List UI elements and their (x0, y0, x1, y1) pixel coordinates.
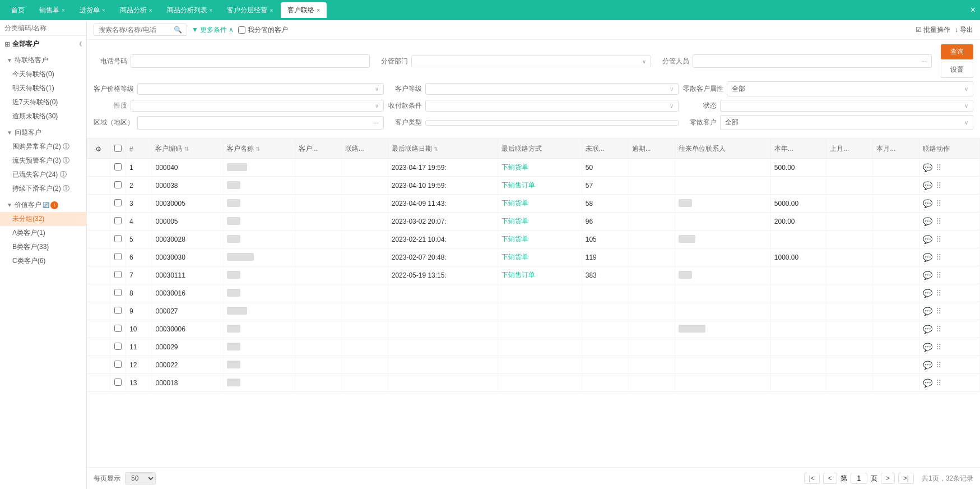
row-checkbox[interactable] (114, 217, 122, 224)
region-select[interactable]: ··· (137, 116, 384, 130)
qr-icon[interactable]: ⠿ (936, 163, 941, 172)
tab-home[interactable]: 首页 (4, 2, 31, 18)
row-checkbox[interactable] (114, 307, 122, 314)
chat-icon[interactable]: 💬 (923, 253, 932, 262)
table-cell[interactable] (498, 374, 582, 392)
contact-method-link[interactable]: 下销货单 (501, 235, 528, 243)
filter-search-icon[interactable]: 🔍 (174, 26, 182, 34)
table-cell[interactable]: 下销售订单 (498, 177, 582, 195)
phone-input[interactable] (131, 54, 370, 68)
close-product-analysis-icon[interactable]: × (149, 7, 152, 13)
sidebar-search-input[interactable] (4, 24, 87, 32)
chat-icon[interactable]: 💬 (923, 379, 932, 387)
chat-icon[interactable]: 💬 (923, 163, 932, 172)
chat-icon[interactable]: 💬 (923, 361, 932, 370)
table-cell[interactable]: 下销货单 (498, 213, 582, 230)
nature-select[interactable]: ∨ (131, 100, 384, 112)
page-size-select[interactable]: 50 20 100 (125, 472, 156, 485)
table-cell[interactable] (498, 356, 582, 374)
qr-icon[interactable]: ⠿ (936, 379, 941, 387)
row-checkbox[interactable] (114, 163, 122, 170)
tab-product-analysis[interactable]: 商品分析 × (113, 2, 159, 18)
export-button[interactable]: ↓ 导出 (955, 25, 973, 35)
problem-group-title[interactable]: ▼ 问题客户 (0, 126, 86, 140)
chat-icon[interactable]: 💬 (923, 325, 932, 334)
sidebar-item-ungroup[interactable]: 未分组(32) (0, 212, 86, 226)
contact-method-link[interactable]: 下销货单 (501, 199, 528, 207)
qr-icon[interactable]: ⠿ (936, 289, 941, 298)
select-all-checkbox[interactable] (114, 145, 122, 152)
contact-method-link[interactable]: 下销售订单 (501, 181, 535, 189)
close-purchase-icon[interactable]: × (102, 7, 105, 13)
pending-group-title[interactable]: ▼ 待联络客户 (0, 53, 86, 67)
qr-icon[interactable]: ⠿ (936, 235, 941, 244)
chat-icon[interactable]: 💬 (923, 217, 932, 226)
value-group-title[interactable]: ▼ 价值客户 🔄 ! (0, 198, 86, 212)
sidebar-item-overdue-pending[interactable]: 逾期未联络(30) (0, 109, 86, 123)
row-checkbox[interactable] (114, 325, 122, 332)
page-number-input[interactable] (851, 473, 867, 484)
sidebar-item-c-class[interactable]: C类客户(6) (0, 254, 86, 268)
qr-icon[interactable]: ⠿ (936, 253, 941, 262)
table-cell[interactable] (498, 302, 582, 320)
sidebar-item-declining[interactable]: 持续下滑客户(2) ⓘ (0, 182, 86, 196)
status-select[interactable]: ∨ (720, 100, 973, 112)
last-page-button[interactable]: >| (898, 473, 914, 484)
contact-method-link[interactable]: 下销货单 (501, 217, 528, 225)
payment-select[interactable]: ∨ (425, 100, 679, 112)
table-cell[interactable] (498, 284, 582, 302)
qr-icon[interactable]: ⠿ (936, 181, 941, 190)
sidebar-item-a-class[interactable]: A类客户(1) (0, 226, 86, 240)
th-last-contact-date[interactable]: 最后联络日期 ⇅ (388, 140, 498, 159)
dept-select[interactable]: ∨ (411, 56, 651, 67)
contact-method-link[interactable]: 下销售订单 (501, 271, 535, 279)
code-sort-icon[interactable]: ⇅ (184, 146, 189, 152)
tab-customer-contact[interactable]: 客户联络 × (281, 2, 327, 18)
close-all-tabs-button[interactable]: × (970, 5, 976, 15)
table-cell[interactable]: 下销货单 (498, 230, 582, 248)
row-checkbox[interactable] (114, 199, 122, 206)
sidebar-item-week-pending[interactable]: 近7天待联络(0) (0, 95, 86, 109)
sidebar-item-churned[interactable]: 已流失客户(24) ⓘ (0, 168, 86, 182)
tab-customer-segment[interactable]: 客户分层经营 × (220, 2, 280, 18)
row-checkbox[interactable] (114, 361, 122, 368)
filter-search-box[interactable]: 🔍 (94, 24, 187, 36)
close-customer-contact-icon[interactable]: × (317, 7, 320, 13)
table-cell[interactable]: 下销售订单 (498, 266, 582, 284)
qr-icon[interactable]: ⠿ (936, 271, 941, 280)
chat-icon[interactable]: 💬 (923, 199, 932, 208)
th-settings[interactable]: ⚙ (87, 140, 110, 159)
table-cell[interactable] (498, 338, 582, 356)
value-group-refresh-icon[interactable]: 🔄 (43, 202, 49, 208)
close-customer-segment-icon[interactable]: × (270, 7, 273, 13)
qr-icon[interactable]: ⠿ (936, 325, 941, 334)
qr-icon[interactable]: ⠿ (936, 307, 941, 316)
contact-method-link[interactable]: 下销货单 (501, 163, 528, 171)
th-code[interactable]: 客户编码 ⇅ (152, 140, 224, 159)
row-checkbox[interactable] (114, 253, 122, 260)
person-select[interactable]: ··· (693, 54, 932, 68)
row-checkbox[interactable] (114, 379, 122, 386)
tab-product-analysis-list[interactable]: 商品分析列表 × (160, 2, 220, 18)
chat-icon[interactable]: 💬 (923, 343, 932, 352)
more-conditions-button[interactable]: ▼ 更多条件 ∧ (192, 25, 234, 35)
row-checkbox[interactable] (114, 289, 122, 296)
qr-icon[interactable]: ⠿ (936, 217, 941, 226)
all-customers-header[interactable]: ⊞ 全部客户 《 (0, 36, 86, 52)
date-sort-icon[interactable]: ⇅ (434, 146, 438, 152)
person-more-icon[interactable]: ··· (921, 57, 927, 65)
row-checkbox[interactable] (114, 235, 122, 242)
batch-ops-button[interactable]: ☑ 批量操作 (916, 25, 950, 35)
price-level-select[interactable]: ∨ (137, 83, 384, 95)
close-product-analysis-list-icon[interactable]: × (210, 7, 213, 13)
close-sales-icon[interactable]: × (62, 7, 65, 13)
region-more-icon[interactable]: ··· (373, 119, 379, 127)
th-checkbox[interactable] (110, 140, 126, 159)
contact-method-link[interactable]: 下销货单 (501, 253, 528, 261)
sidebar-item-today-pending[interactable]: 今天待联络(0) (0, 67, 86, 81)
next-page-button[interactable]: > (881, 473, 895, 484)
row-checkbox[interactable] (114, 343, 122, 350)
query-button[interactable]: 查询 (941, 44, 973, 59)
row-checkbox[interactable] (114, 181, 122, 188)
sidebar-item-tomorrow-pending[interactable]: 明天待联络(1) (0, 81, 86, 95)
